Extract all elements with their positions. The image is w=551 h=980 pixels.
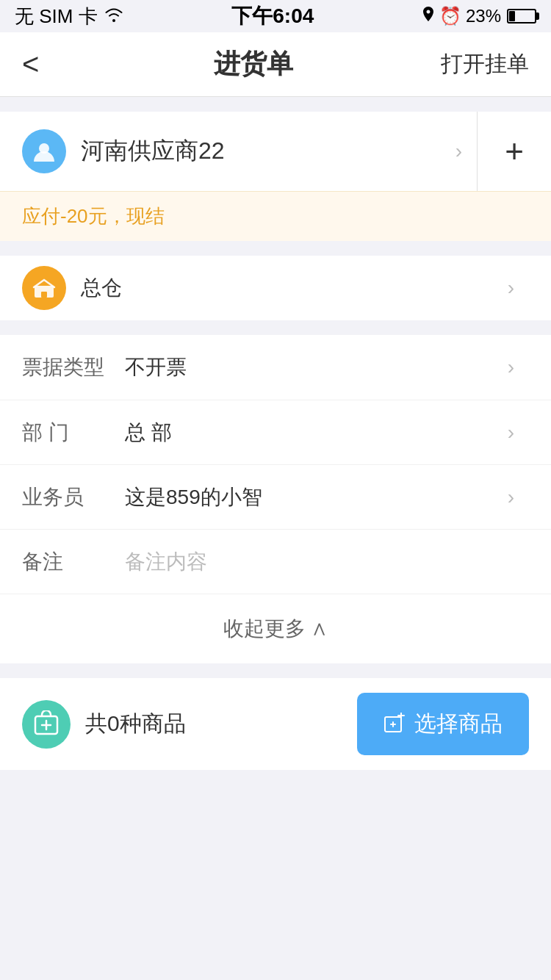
warehouse-icon-wrap — [22, 266, 66, 310]
supplier-section: 河南供应商22 › + — [0, 112, 551, 191]
product-icon-wrap — [22, 700, 71, 749]
location-icon — [422, 6, 435, 26]
select-product-label: 选择商品 — [414, 709, 503, 739]
fields-section: 票据类型 不开票 › 部 门 总 部 › 业务员 这是859的小智 › 备注 备… — [0, 335, 551, 663]
section-gap-3 — [0, 320, 551, 335]
alarm-icon: ⏰ — [439, 6, 461, 26]
back-button[interactable]: < — [22, 48, 66, 81]
notice-text: 应付-20元，现结 — [22, 205, 165, 227]
open-pending-button[interactable]: 打开挂单 — [441, 49, 529, 79]
field-sales-value: 这是859的小智 — [125, 483, 493, 511]
field-sales-chevron: › — [508, 486, 514, 509]
warehouse-name: 总仓 — [81, 274, 493, 302]
status-left: 无 SIM 卡 — [15, 4, 124, 29]
carrier-label: 无 SIM 卡 — [15, 4, 98, 29]
section-gap-2 — [0, 241, 551, 256]
status-bar: 无 SIM 卡 下午6:04 ⏰ 23% — [0, 0, 551, 32]
section-gap-top — [0, 97, 551, 112]
battery-percent: 23% — [466, 6, 501, 26]
page-title: 进货单 — [214, 46, 293, 82]
battery-icon — [507, 9, 536, 24]
field-remark[interactable]: 备注 备注内容 — [0, 529, 551, 594]
supplier-selector[interactable]: 河南供应商22 › — [0, 112, 478, 191]
field-dept-value: 总 部 — [125, 419, 493, 447]
add-button[interactable]: + — [478, 112, 551, 191]
supplier-avatar — [22, 129, 66, 173]
collapse-button[interactable]: 收起更多 ∧ — [0, 594, 551, 663]
collapse-label: 收起更多 ∧ — [223, 617, 328, 640]
field-remark-label: 备注 — [22, 548, 125, 576]
wifi-icon — [104, 5, 124, 28]
section-gap-4 — [0, 663, 551, 678]
field-ticket-label: 票据类型 — [22, 353, 125, 381]
supplier-chevron-icon: › — [455, 140, 462, 163]
main-content: 河南供应商22 › + 应付-20元，现结 总仓 › 票据类型 不开票 › — [0, 97, 551, 980]
product-count: 共0种商品 — [85, 709, 357, 739]
field-dept-chevron: › — [508, 421, 514, 444]
notice-bar: 应付-20元，现结 — [0, 191, 551, 241]
field-ticket-value: 不开票 — [125, 353, 493, 381]
supplier-name: 河南供应商22 — [81, 135, 441, 167]
field-remark-value: 备注内容 — [125, 548, 529, 576]
field-salesperson[interactable]: 业务员 这是859的小智 › — [0, 464, 551, 529]
warehouse-row[interactable]: 总仓 › — [0, 256, 551, 320]
warehouse-chevron-icon: › — [508, 276, 514, 300]
select-product-button[interactable]: 选择商品 — [357, 693, 529, 755]
product-bar: 共0种商品 选择商品 — [0, 678, 551, 770]
field-department[interactable]: 部 门 总 部 › — [0, 400, 551, 464]
field-ticket-chevron: › — [508, 356, 514, 379]
field-dept-label: 部 门 — [22, 419, 125, 447]
field-ticket-type[interactable]: 票据类型 不开票 › — [0, 335, 551, 400]
svg-rect-2 — [41, 292, 47, 298]
status-right: ⏰ 23% — [422, 6, 536, 26]
field-sales-label: 业务员 — [22, 483, 125, 511]
status-time: 下午6:04 — [231, 2, 314, 30]
select-product-icon — [383, 713, 407, 736]
nav-bar: < 进货单 打开挂单 — [0, 32, 551, 97]
